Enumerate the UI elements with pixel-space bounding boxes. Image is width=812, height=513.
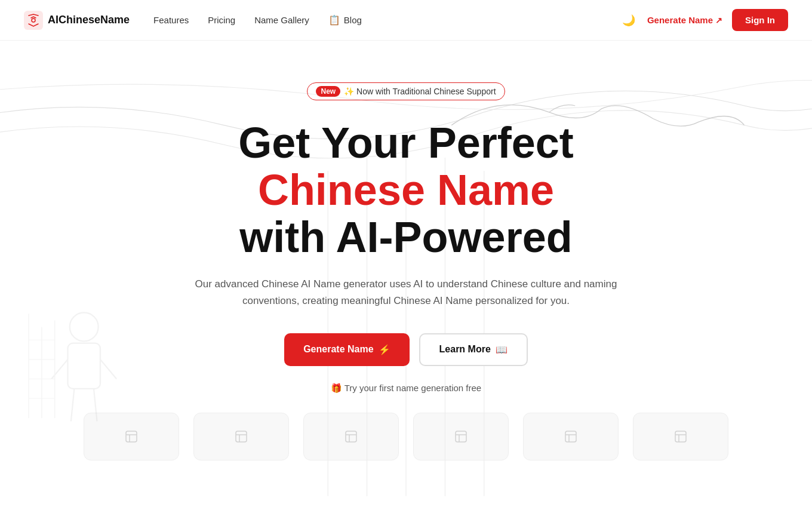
nav-right: 🌙 Generate Name ↗ Sign In bbox=[620, 9, 788, 31]
free-note-text: Try your first name generation free bbox=[345, 383, 482, 393]
svg-rect-23 bbox=[236, 431, 247, 442]
card-placeholder-2 bbox=[193, 413, 289, 460]
card-icon-4 bbox=[454, 429, 468, 444]
card-placeholder-1 bbox=[84, 413, 179, 460]
svg-rect-0 bbox=[24, 11, 43, 30]
nav-item-pricing[interactable]: Pricing bbox=[208, 15, 235, 25]
headline-line1: Get Your Perfect bbox=[238, 119, 574, 167]
nav-links: Features Pricing Name Gallery 📋 Blog bbox=[153, 14, 362, 26]
svg-rect-20 bbox=[126, 431, 137, 442]
card-icon-5 bbox=[564, 429, 578, 444]
logo-icon bbox=[24, 11, 43, 30]
learn-more-button[interactable]: Learn More 📖 bbox=[419, 333, 528, 366]
card-placeholder-4 bbox=[413, 413, 509, 460]
announcement-badge: New ✨ Now with Traditional Chinese Suppo… bbox=[307, 82, 505, 100]
book-icon: 📖 bbox=[496, 344, 508, 355]
blog-icon: 📋 bbox=[328, 14, 340, 26]
badge-text: ✨ Now with Traditional Chinese Support bbox=[344, 87, 496, 96]
arrow-icon: ↗ bbox=[715, 16, 722, 25]
logo-text: AIChineseName bbox=[48, 14, 130, 26]
headline-line2: Chinese Name bbox=[258, 166, 554, 214]
card-icon-2 bbox=[234, 429, 248, 444]
hero-content: New ✨ Now with Traditional Chinese Suppo… bbox=[12, 82, 800, 394]
hero-section: New ✨ Now with Traditional Chinese Suppo… bbox=[0, 41, 812, 496]
headline-line3: with AI-Powered bbox=[239, 213, 572, 261]
lightning-icon: ⚡ bbox=[379, 344, 390, 355]
badge-new-label: New bbox=[316, 86, 340, 97]
svg-rect-32 bbox=[565, 431, 576, 442]
svg-rect-29 bbox=[456, 431, 466, 442]
why-section: Why Choose Our Chinese bbox=[0, 496, 812, 513]
generate-name-button[interactable]: Generate Name ⚡ bbox=[284, 333, 409, 366]
sign-in-button[interactable]: Sign In bbox=[732, 9, 788, 31]
decorative-cards-row bbox=[12, 413, 800, 460]
svg-rect-26 bbox=[346, 431, 356, 442]
dark-mode-toggle[interactable]: 🌙 bbox=[620, 11, 638, 29]
hero-subtext: Our advanced Chinese AI Name generator u… bbox=[179, 276, 633, 309]
generate-name-nav-link[interactable]: Generate Name ↗ bbox=[647, 15, 722, 25]
nav-item-blog[interactable]: 📋 Blog bbox=[328, 14, 362, 26]
logo[interactable]: AIChineseName bbox=[24, 11, 130, 30]
card-icon-1 bbox=[124, 429, 139, 444]
cta-group: Generate Name ⚡ Learn More 📖 bbox=[12, 333, 800, 366]
nav-item-features[interactable]: Features bbox=[153, 15, 189, 25]
nav-item-name-gallery[interactable]: Name Gallery bbox=[254, 15, 309, 25]
card-icon-6 bbox=[673, 429, 688, 444]
card-icon-3 bbox=[344, 429, 358, 444]
navbar: AIChineseName Features Pricing Name Gall… bbox=[0, 0, 812, 41]
card-placeholder-3 bbox=[303, 413, 399, 460]
free-note: 🎁 Try your first name generation free bbox=[12, 383, 800, 394]
card-placeholder-6 bbox=[633, 413, 728, 460]
hero-headline: Get Your Perfect Chinese Name with AI-Po… bbox=[12, 119, 800, 262]
card-placeholder-5 bbox=[523, 413, 619, 460]
gift-icon: 🎁 bbox=[331, 383, 342, 393]
svg-rect-35 bbox=[675, 431, 686, 442]
